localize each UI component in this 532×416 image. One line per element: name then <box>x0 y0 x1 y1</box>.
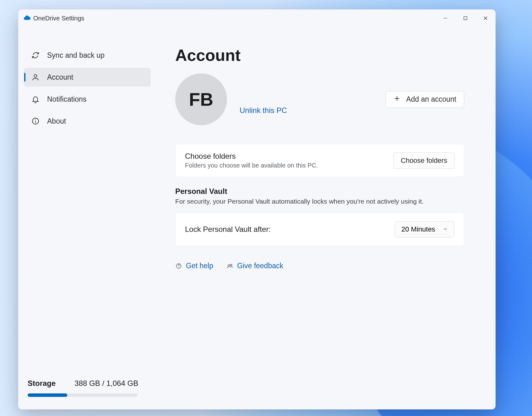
give-feedback-label: Give feedback <box>237 262 283 270</box>
feedback-icon <box>226 263 233 269</box>
get-help-link[interactable]: Get help <box>175 262 213 270</box>
personal-vault-card: Lock Personal Vault after: 20 Minutes <box>175 213 464 246</box>
footer-links: Get help Give feedback <box>175 262 464 270</box>
info-icon <box>31 117 40 125</box>
chevron-down-icon <box>443 225 448 233</box>
personal-vault-description: For security, your Personal Vault automa… <box>175 198 464 205</box>
choose-folders-button[interactable]: Choose folders <box>394 152 454 169</box>
storage-progress-fill <box>28 393 67 397</box>
add-account-label: Add an account <box>406 95 456 104</box>
storage-progress-bar <box>28 393 138 397</box>
window-controls <box>435 11 496 26</box>
sidebar-item-notifications[interactable]: Notifications <box>24 90 151 109</box>
give-feedback-link[interactable]: Give feedback <box>226 262 283 270</box>
avatar-initials: FB <box>189 89 213 110</box>
maximize-button[interactable] <box>455 11 475 26</box>
unlink-pc-link[interactable]: Unlink this PC <box>240 106 287 115</box>
person-icon <box>31 73 40 81</box>
onedrive-cloud-icon <box>23 14 31 22</box>
dropdown-value: 20 Minutes <box>401 225 435 233</box>
svg-rect-1 <box>464 17 467 20</box>
avatar: FB <box>175 73 227 125</box>
onedrive-settings-window: OneDrive Settings Sync and back up <box>18 9 496 409</box>
storage-indicator: Storage 388 GB / 1,064 GB <box>24 379 151 400</box>
main-content: Account FB Unlink this PC Add an account… <box>156 27 496 409</box>
personal-vault-heading: Personal Vault <box>175 187 464 196</box>
sync-icon <box>31 51 40 59</box>
sidebar-item-account[interactable]: Account <box>24 68 151 87</box>
svg-point-12 <box>228 264 230 266</box>
sidebar-item-label: About <box>47 117 66 125</box>
account-header-row: FB Unlink this PC Add an account <box>175 73 464 125</box>
sidebar-item-label: Sync and back up <box>47 51 105 60</box>
lock-after-dropdown[interactable]: 20 Minutes <box>395 221 454 237</box>
storage-amount: 388 GB / 1,064 GB <box>74 379 138 388</box>
plus-icon <box>394 95 400 104</box>
close-button[interactable] <box>475 11 496 26</box>
choose-folders-subtitle: Folders you choose will be available on … <box>185 162 394 169</box>
sidebar: Sync and back up Account Notifications A… <box>18 27 156 409</box>
svg-point-7 <box>35 119 36 120</box>
svg-point-13 <box>231 264 232 266</box>
choose-folders-title: Choose folders <box>185 152 394 161</box>
minimize-button[interactable] <box>435 11 455 26</box>
sidebar-item-sync-backup[interactable]: Sync and back up <box>24 46 151 65</box>
help-icon <box>175 263 182 269</box>
sidebar-item-about[interactable]: About <box>24 112 151 131</box>
sidebar-item-label: Account <box>47 73 73 82</box>
bell-icon <box>31 95 40 103</box>
sidebar-item-label: Notifications <box>47 95 86 104</box>
get-help-label: Get help <box>186 262 213 270</box>
choose-folders-card: Choose folders Folders you choose will b… <box>175 144 464 177</box>
storage-label: Storage <box>28 379 56 388</box>
svg-point-4 <box>34 74 37 77</box>
lock-after-label: Lock Personal Vault after: <box>185 225 395 234</box>
titlebar: OneDrive Settings <box>18 9 496 27</box>
add-account-button[interactable]: Add an account <box>386 91 464 108</box>
svg-point-11 <box>178 267 179 267</box>
window-title: OneDrive Settings <box>33 15 84 22</box>
page-title: Account <box>175 46 464 65</box>
